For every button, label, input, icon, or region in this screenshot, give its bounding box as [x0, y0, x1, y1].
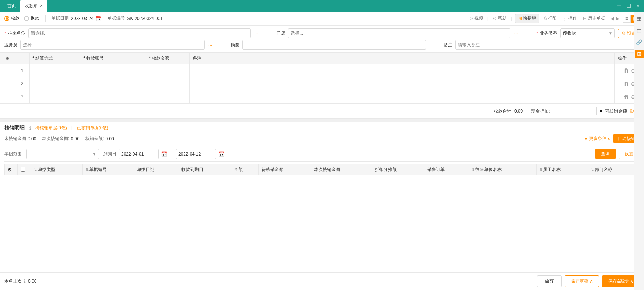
- sidebar-icon-2[interactable]: ◫: [635, 26, 644, 35]
- equals-sign: =: [600, 109, 602, 114]
- grid-table: ⚙ * 结算方式 * 收款账号 * 收款金额 备注 操作 1: [0, 53, 644, 103]
- footer-info-icon[interactable]: ℹ: [24, 279, 26, 284]
- row1-num: 1: [15, 64, 30, 77]
- tab-receipt[interactable]: 收款单 ×: [20, 0, 47, 12]
- business-type-select[interactable]: 预收款 ▼: [560, 28, 615, 38]
- video-icon: ⊙: [469, 16, 473, 21]
- help-btn[interactable]: ⊙ 帮助: [491, 15, 508, 22]
- filter-icon: ▼: [584, 136, 588, 141]
- store-ellipsis[interactable]: ···: [513, 31, 519, 36]
- bottom-col-num[interactable]: 单据编号: [82, 164, 134, 175]
- form-row-1: * 往来单位 ··· 门店 ··· * 业务类型 预收款 ▼ ⚙ 设置: [4, 28, 640, 38]
- summary-input[interactable]: [242, 40, 427, 50]
- store-label: 门店: [276, 30, 285, 36]
- counterpart-ellipsis[interactable]: ···: [254, 31, 259, 36]
- date-separator: —: [169, 152, 174, 157]
- verif-info-icon[interactable]: ℹ: [29, 125, 31, 131]
- history-btn[interactable]: ⊟ 历史单据: [581, 15, 607, 22]
- table-row: 1 🗑 ⊕: [0, 64, 644, 77]
- row1-delete-icon[interactable]: 🗑: [624, 68, 629, 74]
- query-btn[interactable]: 查询: [595, 149, 616, 159]
- row3-amount[interactable]: [146, 90, 190, 103]
- bottom-col-type[interactable]: 单据类型: [31, 164, 83, 175]
- footer-buttons: 放弃 保存草稿 ∧ 保存&新增 ∧: [537, 275, 640, 287]
- bottom-col-counterpart[interactable]: 往来单位名称: [468, 164, 537, 175]
- row3-note[interactable]: [190, 90, 615, 103]
- minimize-btn[interactable]: ─: [616, 2, 623, 10]
- draft-btn[interactable]: 保存草稿 ∧: [565, 275, 599, 287]
- staff-ellipsis[interactable]: ···: [208, 42, 213, 48]
- date-value: 2023-03-24: [71, 16, 93, 21]
- remark-input[interactable]: [455, 40, 640, 50]
- nav-prev-btn[interactable]: ◀: [610, 15, 614, 22]
- row2-delete-icon[interactable]: 🗑: [624, 81, 629, 87]
- sidebar-icon-3[interactable]: 🔗: [635, 38, 644, 47]
- row3-delete-icon[interactable]: 🗑: [624, 94, 629, 100]
- bottom-col-settings[interactable]: ⚙: [5, 164, 18, 175]
- row2-account[interactable]: [80, 77, 146, 90]
- verif-title: 核销明细: [4, 125, 25, 131]
- row2-settings: [0, 77, 15, 90]
- next-label: 本单上次: [4, 278, 22, 285]
- row3-settle[interactable]: [30, 90, 80, 103]
- maximize-btn[interactable]: □: [625, 2, 632, 10]
- sidebar-icon-4[interactable]: ⊞: [635, 50, 644, 58]
- verification-section: 核销明细 ℹ 待核销单据(0笔) | 已核销单据(0笔) 未核销金额 0.00 …: [0, 122, 644, 272]
- tab-divider: |: [71, 125, 72, 130]
- next-value: 0.00: [28, 279, 36, 284]
- row1-account[interactable]: [80, 64, 146, 77]
- filter-select[interactable]: ▼: [26, 149, 99, 159]
- row2-note[interactable]: [190, 77, 615, 90]
- abandon-btn[interactable]: 放弃: [537, 275, 562, 287]
- calendar-icon[interactable]: 📅: [95, 16, 102, 21]
- bottom-col-store[interactable]: 部门名称: [588, 164, 640, 175]
- history-icon: ⊟: [583, 16, 587, 21]
- close-btn[interactable]: ×: [635, 2, 641, 10]
- nav-next-btn[interactable]: ▶: [615, 15, 620, 22]
- row1-settle[interactable]: [30, 64, 80, 77]
- row1-amount[interactable]: [146, 64, 190, 77]
- shortcut-btn[interactable]: ⊞ 快捷键: [515, 14, 539, 23]
- more-icon: ∧: [607, 136, 610, 141]
- counterpart-label: * 往来单位: [4, 30, 25, 36]
- row1-note[interactable]: [190, 64, 615, 77]
- date-from-calendar[interactable]: 📅: [161, 151, 167, 157]
- discount-input[interactable]: [553, 107, 597, 115]
- tab-close-icon[interactable]: ×: [40, 3, 43, 8]
- radio-refund[interactable]: 退款: [24, 15, 39, 21]
- num-value: SK-20230324-001: [127, 16, 162, 21]
- counterpart-input[interactable]: [28, 28, 251, 38]
- sidebar-icon-1[interactable]: ▦: [635, 15, 644, 23]
- tab-receipt-label: 收款单: [25, 3, 38, 9]
- row2-settle[interactable]: [30, 77, 80, 90]
- more-conditions-btn[interactable]: ▼ 更多条件 ∧: [584, 136, 610, 142]
- done-tab[interactable]: 已核销单据(0笔): [77, 125, 109, 131]
- tab-home-label: 首页: [7, 3, 16, 9]
- tab-bar: 首页 收款单 × ─ □ ×: [0, 0, 644, 12]
- view-list-btn[interactable]: ≡: [623, 15, 631, 23]
- row3-account[interactable]: [80, 90, 146, 103]
- bottom-col-checkbox[interactable]: [18, 164, 31, 175]
- print-btn[interactable]: ⎙ 打印: [542, 15, 558, 22]
- col-settle-header: * 结算方式: [30, 53, 80, 64]
- select-all-checkbox[interactable]: [21, 167, 25, 172]
- row2-amount[interactable]: [146, 77, 190, 90]
- right-sidebar: ▦ ◫ 🔗 ⊞: [634, 12, 644, 290]
- col-settings-header[interactable]: ⚙: [0, 53, 15, 64]
- total-label: 收款合计: [494, 108, 511, 114]
- date-label: 单据日期: [51, 15, 69, 21]
- store-input[interactable]: [288, 28, 510, 38]
- video-btn[interactable]: ⊙ 视频: [468, 15, 484, 22]
- table-row: 2 🗑 ⊕: [0, 77, 644, 90]
- pending-tab[interactable]: 待核销单据(0笔): [35, 125, 67, 131]
- tab-home[interactable]: 首页: [3, 0, 20, 12]
- staff-input[interactable]: [20, 40, 205, 50]
- date-to-calendar[interactable]: 📅: [218, 151, 224, 157]
- operation-btn[interactable]: ⋮ 操作: [561, 15, 578, 22]
- radio-receipt-circle: [4, 16, 9, 21]
- plus-sign: +: [526, 109, 528, 114]
- bottom-col-staff[interactable]: 员工名称: [536, 164, 588, 175]
- radio-receipt[interactable]: 收款: [4, 15, 20, 21]
- date-to-display: 2022-04-12: [176, 149, 216, 159]
- date-from-display: 2022-04-01: [119, 149, 159, 159]
